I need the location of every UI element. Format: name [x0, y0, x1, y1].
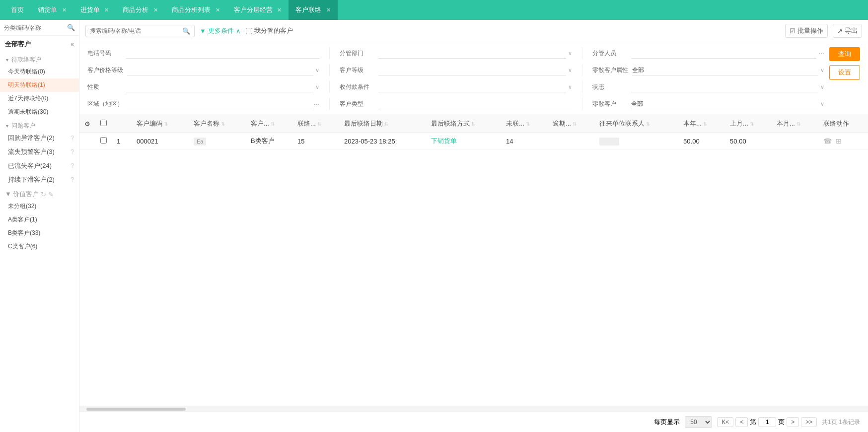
- checkbox-icon: ☑: [790, 27, 796, 35]
- set-button[interactable]: 设置: [829, 65, 860, 80]
- sidebar-item-ungrouped[interactable]: 未分组(32): [0, 200, 79, 213]
- filter-price-level-select[interactable]: [127, 65, 313, 75]
- help-icon-declining: ?: [71, 176, 74, 183]
- sidebar-item-today[interactable]: 今天待联络(0): [0, 65, 79, 78]
- filter-retail-customer-select[interactable]: 全部: [631, 99, 818, 109]
- sort-this-month-icon[interactable]: ⇅: [796, 121, 800, 127]
- close-customer-contact-icon[interactable]: ✕: [326, 7, 331, 13]
- filter-customer-type-input[interactable]: [378, 99, 572, 109]
- sort-type-icon[interactable]: ⇅: [271, 121, 275, 127]
- cell-last-month: 50.00: [725, 133, 772, 150]
- more-action-icon[interactable]: ⊞: [836, 137, 842, 145]
- close-product-analysis-icon[interactable]: ✕: [153, 7, 158, 13]
- sidebar-group-problem[interactable]: 问题客户: [0, 119, 79, 131]
- sort-last-month-icon[interactable]: ⇅: [750, 121, 754, 127]
- first-page-btn[interactable]: K<: [717, 417, 733, 427]
- sidebar-all-customers[interactable]: 全部客户 «: [0, 36, 79, 53]
- filter-retail-attr-select[interactable]: 全部: [632, 65, 818, 75]
- last-page-btn[interactable]: >>: [801, 417, 817, 427]
- close-purchase-icon[interactable]: ✕: [104, 7, 109, 13]
- contact-action-icon[interactable]: ☎: [823, 137, 832, 145]
- col-checkbox: [95, 115, 112, 133]
- sidebar-item-churn-warning[interactable]: 流失预警客户(3) ?: [0, 145, 79, 159]
- sort-no-contact-icon[interactable]: ⇅: [526, 121, 530, 127]
- filter-nature-label: 性质: [87, 83, 122, 91]
- page-size-select[interactable]: 50 100 200: [685, 416, 712, 428]
- scrollbar-thumb[interactable]: [86, 408, 186, 411]
- filter-region-label: 区域（地区）: [87, 100, 123, 108]
- filter-dept-chevron: ∨: [568, 50, 572, 57]
- export-btn[interactable]: ↗ 导出: [833, 24, 862, 38]
- nav-sales[interactable]: 销货单 ✕: [31, 0, 73, 20]
- col-contact: 联络... ⇅: [292, 115, 339, 133]
- sidebar-item-declining[interactable]: 持续下滑客户(2) ?: [0, 173, 79, 187]
- filter-region-input[interactable]: [127, 99, 312, 109]
- sidebar-item-c-class[interactable]: C类客户(6): [0, 240, 79, 253]
- filter-customer-level-select[interactable]: [378, 65, 566, 75]
- page-input[interactable]: [758, 417, 776, 427]
- sidebar-search-input[interactable]: [4, 24, 67, 31]
- sort-code-icon[interactable]: ⇅: [164, 121, 168, 127]
- nav-customer-contact[interactable]: 客户联络 ✕: [289, 0, 338, 20]
- gear-icon[interactable]: ⚙: [84, 120, 90, 128]
- sidebar-item-tomorrow[interactable]: 明天待联络(1): [0, 78, 79, 92]
- cell-last-way: 下销货单: [426, 133, 501, 150]
- nav-customer-segment[interactable]: 客户分层经营 ✕: [227, 0, 289, 20]
- sort-unit-contact-icon[interactable]: ⇅: [646, 121, 650, 127]
- filter-phone-input[interactable]: [126, 48, 319, 59]
- row-checkbox[interactable]: [100, 137, 107, 144]
- my-customer-checkbox[interactable]: [246, 28, 252, 34]
- sort-name-icon[interactable]: ⇅: [221, 121, 225, 127]
- close-product-analysis-list-icon[interactable]: ✕: [216, 7, 220, 13]
- sidebar-item-a-class[interactable]: A类客户(1): [0, 213, 79, 226]
- filter-payment-select[interactable]: [378, 82, 566, 92]
- query-button[interactable]: 查询: [829, 47, 860, 61]
- sort-overdue-icon[interactable]: ⇅: [573, 121, 577, 127]
- sort-contact-icon[interactable]: ⇅: [317, 121, 321, 127]
- nav-product-analysis-list[interactable]: 商品分析列表 ✕: [165, 0, 227, 20]
- sidebar-search-icon[interactable]: 🔍: [67, 24, 75, 31]
- sidebar-group-pending[interactable]: 待联络客户: [0, 53, 79, 65]
- select-all-checkbox[interactable]: [100, 120, 107, 126]
- sidebar-item-overdue[interactable]: 逾期未联络(30): [0, 105, 79, 119]
- col-no-contact: 未联... ⇅: [501, 115, 548, 133]
- batch-op-btn[interactable]: ☑ 批量操作: [785, 24, 828, 38]
- sidebar-item-7days[interactable]: 近7天待联络(0): [0, 92, 79, 105]
- value-edit-icon[interactable]: ✎: [48, 191, 54, 198]
- filter-row-4: 区域（地区） ··· 客户类型 零散客户: [87, 98, 824, 110]
- sidebar-item-repurchase-abnormal[interactable]: 回购异常客户(2) ?: [0, 131, 79, 145]
- sidebar-item-churned[interactable]: 已流失客户(24) ?: [0, 159, 79, 173]
- nav-product-analysis[interactable]: 商品分析 ✕: [116, 0, 165, 20]
- filter-phone-label: 电话号码: [87, 49, 122, 58]
- main-search-input[interactable]: [90, 27, 182, 34]
- next-page-btn[interactable]: >: [787, 417, 799, 427]
- col-last-month: 上月... ⇅: [725, 115, 772, 133]
- close-customer-segment-icon[interactable]: ✕: [277, 7, 282, 13]
- nav-home[interactable]: 首页: [4, 0, 31, 20]
- close-sales-icon[interactable]: ✕: [62, 7, 67, 13]
- filter-nature-select[interactable]: [126, 82, 313, 92]
- value-refresh-icon[interactable]: ↻: [41, 191, 46, 198]
- filter-bar: 🔍 ▼ 更多条件 ∧ 我分管的客户 ☑ 批量操作 ↗ 导出: [79, 20, 868, 42]
- prev-page-btn[interactable]: <: [735, 417, 748, 427]
- sidebar-collapse-icon[interactable]: «: [71, 41, 74, 48]
- filter-region-dots-icon[interactable]: ···: [314, 100, 320, 108]
- last-contact-way-link[interactable]: 下销货单: [431, 137, 457, 144]
- filter-status-select[interactable]: [631, 82, 818, 92]
- filter-manager-dots-icon[interactable]: ···: [818, 49, 824, 57]
- sort-this-year-icon[interactable]: ⇅: [703, 121, 707, 127]
- filter-customer-level: 客户等级 ∨: [340, 65, 572, 75]
- cell-overdue: [548, 133, 594, 150]
- help-icon-churn-warning: ?: [71, 148, 74, 155]
- sort-last-way-icon[interactable]: ⇅: [471, 121, 475, 127]
- horizontal-scrollbar[interactable]: [79, 406, 868, 412]
- sidebar-item-b-class[interactable]: B类客户(33): [0, 226, 79, 240]
- sort-last-date-icon[interactable]: ⇅: [384, 121, 388, 127]
- main-search-icon[interactable]: 🔍: [182, 27, 190, 35]
- filter-dept-select[interactable]: [378, 48, 566, 59]
- more-filter-btn[interactable]: ▼ 更多条件 ∧: [200, 26, 241, 35]
- nav-purchase[interactable]: 进货单 ✕: [73, 0, 116, 20]
- filter-payment-chevron: ∨: [568, 84, 572, 90]
- my-customer-checkbox-area[interactable]: 我分管的客户: [246, 26, 293, 35]
- filter-manager-input[interactable]: [631, 48, 817, 59]
